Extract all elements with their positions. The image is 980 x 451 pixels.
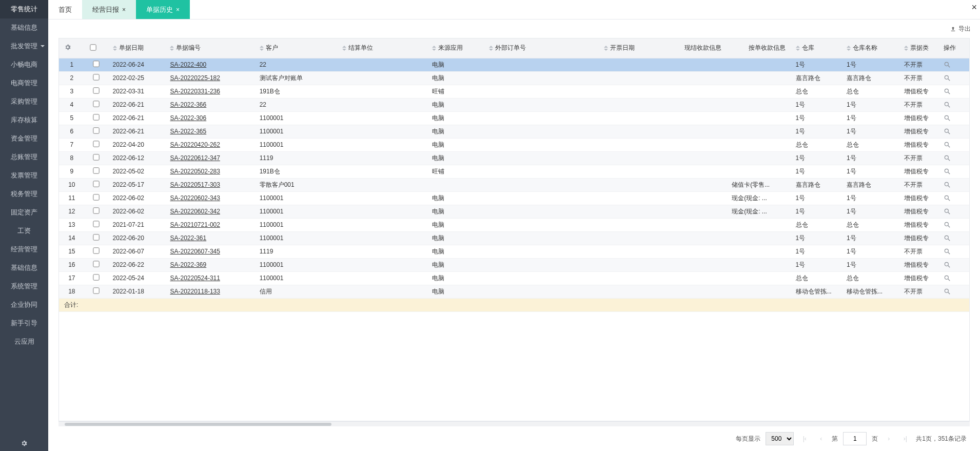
table-row[interactable]: 52022-06-21SA-2022-3061100001电脑1号1号增值税专 xyxy=(59,111,969,125)
doc-link[interactable]: SA-2022-400 xyxy=(170,61,206,68)
magnifier-icon[interactable] xyxy=(944,61,951,68)
row-checkbox[interactable] xyxy=(93,87,99,93)
magnifier-icon[interactable] xyxy=(944,168,951,175)
col-cust[interactable]: 客户 xyxy=(254,38,338,58)
magnifier-icon[interactable] xyxy=(944,248,951,255)
row-checkbox[interactable] xyxy=(93,247,99,253)
row-checkbox[interactable] xyxy=(93,141,99,147)
sidebar-item[interactable]: 基础信息 xyxy=(0,259,48,277)
table-row[interactable]: 132021-07-21SA-20210721-0021100001电脑总仓总仓… xyxy=(59,218,969,231)
doc-link[interactable]: SA-20210721-002 xyxy=(170,221,220,228)
row-checkbox[interactable] xyxy=(93,221,99,227)
sidebar-item[interactable]: 采购管理 xyxy=(0,92,48,111)
table-row[interactable]: 102022-05-17SA-20220517-303零散客户001储值卡(零售… xyxy=(59,178,969,191)
sidebar-item[interactable]: 资金管理 xyxy=(0,129,48,148)
magnifier-icon[interactable] xyxy=(944,114,951,122)
tab-home[interactable]: 首页 xyxy=(48,0,82,19)
row-checkbox[interactable] xyxy=(93,154,99,160)
doc-link[interactable]: SA-2022-365 xyxy=(170,128,206,135)
doc-link[interactable]: SA-2022-306 xyxy=(170,114,206,122)
magnifier-icon[interactable] xyxy=(944,221,951,228)
sidebar-item[interactable]: 总账管理 xyxy=(0,148,48,166)
sidebar-item[interactable]: 基础信息 xyxy=(0,18,48,37)
magnifier-icon[interactable] xyxy=(944,181,951,188)
table-row[interactable]: 142022-06-20SA-2022-3611100001电脑1号1号增值税专 xyxy=(59,231,969,245)
sidebar-item[interactable]: 工资 xyxy=(0,222,48,240)
table-row[interactable]: 62022-06-21SA-2022-3651100001电脑1号1号增值税专 xyxy=(59,125,969,138)
select-all-checkbox[interactable] xyxy=(90,44,96,50)
col-ext[interactable]: 外部订单号 xyxy=(484,38,599,58)
table-row[interactable]: 162022-06-22SA-2022-3691100001电脑1号1号增值税专 xyxy=(59,258,969,271)
magnifier-icon[interactable] xyxy=(944,274,951,282)
page-next[interactable]: › xyxy=(883,432,894,445)
h-scroll-thumb[interactable] xyxy=(65,423,331,426)
magnifier-icon[interactable] xyxy=(944,208,951,215)
sidebar-item[interactable]: 新手引导 xyxy=(0,314,48,332)
col-src[interactable]: 来源应用 xyxy=(427,38,484,58)
row-checkbox[interactable] xyxy=(93,127,99,133)
col-date[interactable]: 单据日期 xyxy=(108,38,165,58)
doc-link[interactable]: SA-20220420-262 xyxy=(170,141,220,148)
table-row[interactable]: 72022-04-20SA-20220420-2621100001电脑总仓总仓增… xyxy=(59,138,969,151)
tab-doc-history[interactable]: 单据历史× xyxy=(136,0,190,19)
page-prev[interactable]: ‹ xyxy=(815,432,827,445)
h-scrollbar[interactable] xyxy=(58,421,970,426)
sidebar-item[interactable]: 零售统计 xyxy=(0,0,48,18)
row-checkbox[interactable] xyxy=(93,114,99,120)
col-inv[interactable]: 按单收款信息 xyxy=(727,38,790,58)
row-checkbox[interactable] xyxy=(93,261,99,267)
sidebar-item[interactable]: 发票管理 xyxy=(0,166,48,185)
doc-link[interactable]: SA-20220331-236 xyxy=(170,88,220,95)
col-gear[interactable] xyxy=(59,38,85,58)
sidebar-item[interactable]: 经营管理 xyxy=(0,240,48,259)
magnifier-icon[interactable] xyxy=(944,234,951,242)
col-bill[interactable]: 开票日期 xyxy=(599,38,643,58)
sidebar-item[interactable]: 库存核算 xyxy=(0,111,48,129)
close-icon[interactable]: × xyxy=(176,6,180,13)
sidebar-item[interactable]: 企业协同 xyxy=(0,296,48,314)
col-cash[interactable]: 现结收款信息 xyxy=(643,38,727,58)
close-all-tabs[interactable]: × xyxy=(971,2,977,13)
page-input[interactable] xyxy=(843,432,867,445)
table-row[interactable]: 152022-06-07SA-20220607-3451119电脑1号1号不开票 xyxy=(59,245,969,258)
doc-link[interactable]: SA-20220524-311 xyxy=(170,274,220,282)
row-checkbox[interactable] xyxy=(93,181,99,187)
table-row[interactable]: 182022-01-18SA-20220118-133信用电脑移动仓管拣...移… xyxy=(59,285,969,298)
doc-link[interactable]: SA-20220612-347 xyxy=(170,154,220,162)
row-checkbox[interactable] xyxy=(93,287,99,293)
table-row[interactable]: 112022-06-02SA-20220602-3431100001电脑现金(现… xyxy=(59,191,969,205)
doc-link[interactable]: SA-20220502-283 xyxy=(170,168,220,175)
doc-link[interactable]: SA-2022-366 xyxy=(170,101,206,108)
close-icon[interactable]: × xyxy=(122,6,126,13)
table-row[interactable]: 92022-05-02SA-20220502-283191B仓旺铺1号1号增值税… xyxy=(59,165,969,178)
row-checkbox[interactable] xyxy=(93,274,99,280)
per-page-select[interactable]: 500 xyxy=(766,432,794,445)
magnifier-icon[interactable] xyxy=(944,128,951,135)
magnifier-icon[interactable] xyxy=(944,288,951,295)
col-wh[interactable]: 仓库 xyxy=(791,38,842,58)
row-checkbox[interactable] xyxy=(93,207,99,213)
table-row[interactable]: 82022-06-12SA-20220612-3471119电脑1号1号不开票 xyxy=(59,151,969,165)
col-ticket[interactable]: 票据类 xyxy=(899,38,938,58)
doc-link[interactable]: SA-2022-361 xyxy=(170,234,206,242)
sidebar-item[interactable]: 固定资产 xyxy=(0,203,48,222)
sidebar-item[interactable]: 批发管理 xyxy=(0,37,48,55)
magnifier-icon[interactable] xyxy=(944,74,951,82)
col-checkbox[interactable] xyxy=(85,38,108,58)
doc-link[interactable]: SA-20220517-303 xyxy=(170,181,220,188)
col-sunit[interactable]: 结算单位 xyxy=(337,38,426,58)
row-checkbox[interactable] xyxy=(93,167,99,173)
col-whn[interactable]: 仓库名称 xyxy=(841,38,899,58)
row-checkbox[interactable] xyxy=(93,61,99,67)
col-doc[interactable]: 单据编号 xyxy=(165,38,254,58)
table-row[interactable]: 122022-06-02SA-20220602-3421100001电脑现金(现… xyxy=(59,205,969,218)
sidebar-item[interactable]: 税务管理 xyxy=(0,185,48,203)
doc-link[interactable]: SA-20220225-182 xyxy=(170,74,220,82)
table-row[interactable]: 22022-02-25SA-20220225-182测试客户对账单电脑嘉言路仓嘉… xyxy=(59,71,969,85)
tab-daily-report[interactable]: 经营日报× xyxy=(82,0,136,19)
sidebar-item[interactable]: 电商管理 xyxy=(0,74,48,92)
doc-link[interactable]: SA-20220602-343 xyxy=(170,194,220,202)
magnifier-icon[interactable] xyxy=(944,101,951,108)
row-checkbox[interactable] xyxy=(93,234,99,240)
export-button[interactable]: 导出 xyxy=(950,25,971,33)
